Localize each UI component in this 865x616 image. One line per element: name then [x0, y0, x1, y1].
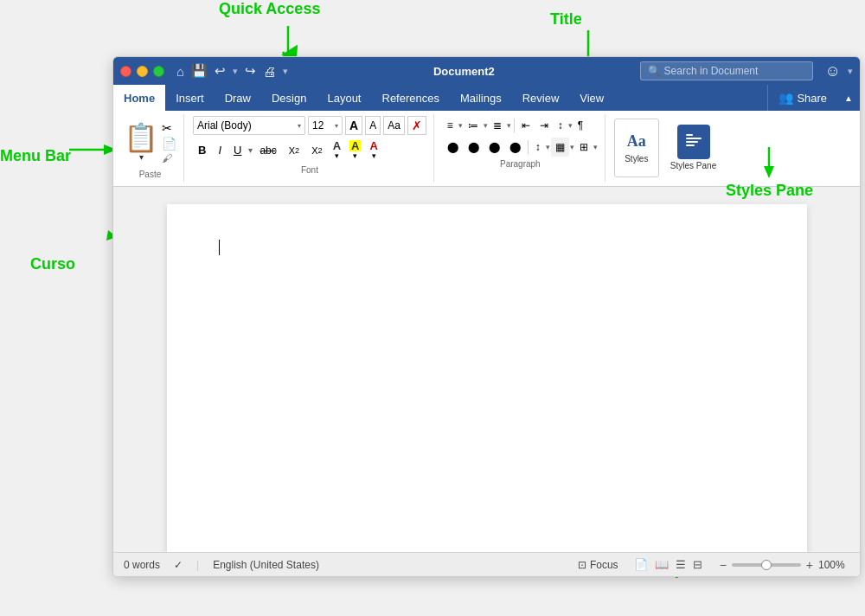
font-size-value: 12 [312, 119, 333, 132]
strikethrough-button[interactable]: abc [254, 141, 281, 160]
sort-arrow[interactable]: ▾ [568, 121, 573, 130]
maximize-button[interactable] [153, 66, 164, 77]
svg-rect-6 [686, 138, 702, 139]
language-label: English (United States) [213, 559, 319, 571]
zoom-slider[interactable] [732, 563, 801, 567]
font-name-arrow: ▾ [298, 122, 301, 130]
search-icon: 🔍 [648, 65, 661, 77]
text-color-dropdown[interactable]: ▾ [372, 151, 376, 160]
menu-insert[interactable]: Insert [165, 85, 215, 111]
underline-arrow[interactable]: ▾ [248, 145, 253, 155]
numbering-arrow[interactable]: ▾ [484, 121, 488, 130]
multilevel-arrow[interactable]: ▾ [507, 121, 511, 130]
font-name-value: Arial (Body) [197, 119, 296, 132]
word-count-label: 0 words [124, 559, 160, 571]
styles-button[interactable]: Aa Styles [614, 119, 659, 177]
proofing-icon[interactable]: ✓ [174, 559, 183, 571]
bullets-arrow[interactable]: ▾ [458, 121, 463, 130]
immersive-reader-icon[interactable]: 📖 [653, 556, 670, 573]
word-count[interactable]: 0 words [124, 559, 160, 571]
menu-review[interactable]: Review [512, 85, 570, 111]
grid-view-icon[interactable]: ⊟ [691, 556, 704, 573]
undo-icon[interactable]: ↩ [215, 63, 226, 79]
text-color-letter: A [369, 140, 377, 151]
line-spacing-button[interactable]: ↕ [531, 138, 545, 157]
justify-button[interactable]: ⬤ [505, 138, 525, 157]
account-icon[interactable]: ☺ [825, 62, 841, 80]
print-layout-icon[interactable]: 📄 [632, 556, 650, 573]
change-case-button[interactable]: Aa [383, 116, 405, 135]
text-color-button[interactable]: A ▾ [366, 138, 381, 163]
home-icon[interactable]: ⌂ [176, 64, 184, 79]
paragraph-group-label: Paragraph [443, 159, 598, 169]
italic-button[interactable]: I [213, 141, 227, 160]
save-icon[interactable]: 💾 [191, 63, 208, 79]
menu-design[interactable]: Design [261, 85, 317, 111]
menu-bar-annotation: Menu Bar [0, 147, 71, 165]
bullets-button[interactable]: ≡ [443, 116, 458, 135]
border-button[interactable]: ⊞ [575, 138, 593, 157]
share-button[interactable]: 👥 Share [767, 85, 837, 111]
decrease-font-size-button[interactable]: A [365, 116, 381, 135]
more-icon[interactable]: ▾ [283, 66, 288, 77]
increase-indent-button[interactable]: ⇥ [535, 116, 553, 135]
zoom-thumb[interactable] [761, 560, 772, 570]
increase-font-size-button[interactable]: A [345, 116, 362, 135]
menu-layout[interactable]: Layout [317, 85, 371, 111]
quick-access-annotation: Quick Access [219, 0, 320, 18]
font-color-dropdown[interactable]: ▾ [335, 151, 339, 160]
print-icon[interactable]: 🖨 [263, 64, 276, 79]
format-painter-icon[interactable]: 🖌 [162, 152, 176, 164]
ribbon-collapse[interactable]: ▲ [837, 85, 860, 111]
traffic-lights [120, 66, 164, 77]
sort-button[interactable]: ↕ [554, 116, 567, 135]
border-arrow[interactable]: ▾ [593, 143, 598, 151]
menu-view[interactable]: View [569, 85, 614, 111]
menu-draw[interactable]: Draw [215, 85, 261, 111]
align-left-button[interactable]: ⬤ [443, 138, 463, 157]
superscript-button[interactable]: X2 [306, 141, 327, 160]
menu-bar: Home Insert Draw Design Layout Reference… [113, 85, 860, 111]
paste-button[interactable]: 📋 ▾ [124, 124, 158, 162]
show-formatting-button[interactable]: ¶ [573, 116, 587, 135]
zoom-out-button[interactable]: − [718, 558, 728, 572]
font-size-dropdown[interactable]: 12 ▾ [308, 116, 343, 135]
menu-references[interactable]: References [372, 85, 450, 111]
clear-formatting-button[interactable]: ✗ [407, 116, 426, 135]
shading-button[interactable]: ▦ [551, 138, 569, 157]
separator1 [514, 119, 515, 132]
document-page[interactable] [167, 204, 807, 559]
decrease-indent-button[interactable]: ⇤ [517, 116, 535, 135]
align-right-button[interactable]: ⬤ [484, 138, 504, 157]
minimize-button[interactable] [137, 66, 148, 77]
status-bar: 0 words ✓ | English (United States) ⊡ Fo… [113, 552, 860, 576]
menu-mailings[interactable]: Mailings [450, 85, 512, 111]
undo-dropdown[interactable]: ▾ [233, 66, 238, 77]
font-color-button[interactable]: A ▾ [330, 138, 344, 163]
bold-button[interactable]: B [193, 141, 211, 160]
focus-mode[interactable]: ⊡ Focus [578, 559, 618, 571]
menu-home[interactable]: Home [113, 85, 165, 111]
redo-icon[interactable]: ↪ [245, 63, 256, 79]
font-color-letter: A [333, 140, 341, 151]
zoom-in-button[interactable]: + [804, 558, 815, 572]
language[interactable]: English (United States) [213, 559, 319, 571]
shading-arrow[interactable]: ▾ [570, 143, 574, 151]
highlight-color-button[interactable]: A ▾ [346, 138, 364, 163]
search-box[interactable]: 🔍 Search in Document [640, 61, 813, 80]
cut-icon[interactable]: ✂ [162, 121, 176, 135]
line-spacing-arrow[interactable]: ▾ [546, 143, 550, 151]
highlight-dropdown[interactable]: ▾ [353, 151, 357, 160]
list-view-icon[interactable]: ☰ [674, 556, 688, 573]
font-name-dropdown[interactable]: Arial (Body) ▾ [193, 116, 305, 135]
underline-button[interactable]: U [228, 141, 247, 160]
copy-icon[interactable]: 📄 [162, 137, 176, 151]
multilevel-button[interactable]: ≣ [489, 116, 506, 135]
align-center-button[interactable]: ⬤ [464, 138, 484, 157]
close-button[interactable] [120, 66, 131, 77]
styles-pane-button[interactable]: Styles Pane [664, 119, 722, 177]
paste-dropdown[interactable]: ▾ [139, 152, 144, 162]
numbering-button[interactable]: ≔ [464, 116, 483, 135]
account-dropdown[interactable]: ▾ [848, 66, 853, 77]
subscript-button[interactable]: X2 [284, 141, 304, 160]
